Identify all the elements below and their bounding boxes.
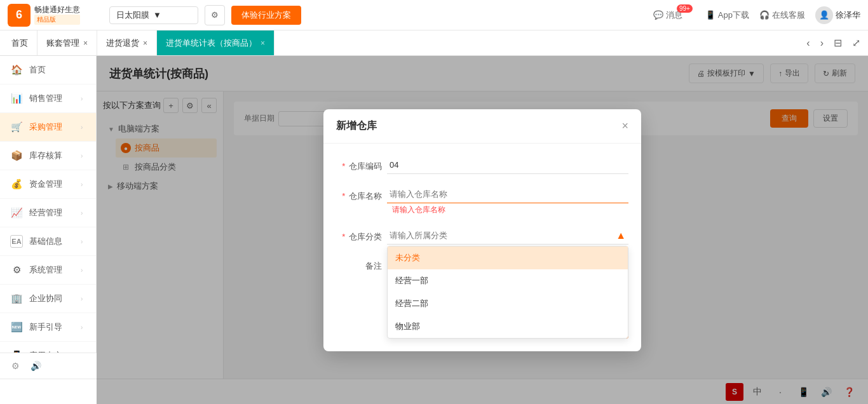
- dropdown-item-0[interactable]: 未分类: [388, 246, 628, 269]
- category-input-wrap: ▲ 未分类 经营一部 经营二部 物业部: [387, 227, 628, 245]
- sidebar-item-operations[interactable]: 📈 经营管理 ›: [0, 199, 96, 227]
- sidebar-item-purchase[interactable]: 🛒 采购管理 ›: [0, 113, 96, 142]
- tab-purchase-stats-close[interactable]: ×: [261, 39, 265, 48]
- code-field-row: * 仓库编码: [336, 156, 628, 174]
- tab-expand-icon[interactable]: ⤢: [850, 34, 863, 51]
- sidebar-item-inventory[interactable]: 📦 库存核算 ›: [0, 142, 96, 170]
- chevron-right-icon-7: ›: [81, 267, 86, 274]
- tab-return-close[interactable]: ×: [143, 39, 147, 48]
- category-input[interactable]: [387, 227, 628, 245]
- app-download-button[interactable]: 📱 App下载: [705, 10, 749, 21]
- tab-return[interactable]: 进货退货 ×: [97, 30, 157, 55]
- tab-controls: ‹ › ⊟ ⤢: [804, 34, 868, 51]
- operations-icon: 📈: [10, 206, 23, 219]
- name-error-tip: 请输入仓库名称: [336, 205, 445, 215]
- code-label: * 仓库编码: [336, 156, 387, 172]
- chevron-right-icon-3: ›: [81, 152, 86, 159]
- phone-icon: 📱: [705, 10, 715, 20]
- remark-label: 备注: [336, 256, 387, 272]
- headset-icon: 🎧: [759, 10, 770, 20]
- tab-next-icon[interactable]: ›: [818, 35, 826, 51]
- sidebar-item-sales[interactable]: 📊 销售管理 ›: [0, 84, 96, 113]
- category-label: * 仓库分类: [336, 227, 387, 243]
- dropdown-item-3[interactable]: 物业部: [388, 315, 628, 338]
- category-required-mark: *: [342, 232, 345, 241]
- online-service-button[interactable]: 🎧 在线客服: [759, 10, 805, 21]
- modal-close-button[interactable]: ×: [621, 120, 628, 131]
- tab-account[interactable]: 账套管理 ×: [37, 30, 97, 55]
- sidebar-operations-label: 经营管理: [29, 207, 62, 219]
- system-icon: ⚙: [10, 264, 23, 276]
- tab-home-label: 首页: [11, 37, 28, 49]
- enterprise-icon: 🏢: [10, 292, 23, 305]
- chevron-right-icon-8: ›: [81, 295, 86, 302]
- settings-button[interactable]: ⚙: [205, 5, 225, 25]
- tab-return-label: 进货退货: [106, 37, 139, 49]
- settings-footer-icon[interactable]: ⚙: [8, 358, 23, 374]
- message-icon: 💬: [653, 10, 663, 20]
- tab-menu-icon[interactable]: ⊟: [831, 34, 844, 51]
- sidebar-footer: ⚙ 🔊: [0, 353, 97, 379]
- category-dropdown-list: 未分类 经营一部 经营二部 物业部: [387, 246, 628, 339]
- tab-purchase-stats[interactable]: 进货单统计表（按商品） ×: [157, 30, 275, 55]
- sidebar-item-system[interactable]: ⚙ 系统管理 ›: [0, 256, 96, 285]
- sidebar-guide-label: 新手引导: [29, 321, 62, 333]
- name-required-mark: *: [342, 191, 345, 201]
- sidebar-item-guide[interactable]: 🆕 新手引导 ›: [0, 313, 96, 342]
- sidebar-item-home[interactable]: 🏠 首页: [0, 56, 96, 84]
- dropdown-item-2[interactable]: 经营二部: [388, 292, 628, 315]
- user-info[interactable]: 👤 徐泽华: [815, 6, 860, 24]
- sales-icon: 📊: [10, 92, 23, 105]
- sidebar-basic-label: 基础信息: [29, 236, 62, 247]
- content-area: 进货单统计(按商品) 🖨 按模板打印 ▼ ↑ 导出 ↻ 刷新: [97, 56, 868, 404]
- basic-icon: EA: [10, 235, 23, 248]
- gear-icon: ⚙: [211, 10, 219, 20]
- sidebar-enterprise-label: 企业协同: [29, 293, 62, 304]
- store-selector[interactable]: 日太阳膜 ▼: [109, 6, 198, 24]
- modal-title: 新增仓库: [336, 119, 377, 133]
- sidebar: 🏠 首页 📊 销售管理 › 🛒 采购管理 › 📦 库存核算 › 💰 资金管理 ›…: [0, 56, 97, 404]
- chevron-right-icon-6: ›: [81, 238, 86, 245]
- tab-home[interactable]: 首页: [3, 30, 37, 55]
- sidebar-inventory-label: 库存核算: [29, 150, 62, 161]
- sidebar-purchase-label: 采购管理: [29, 121, 62, 133]
- chevron-right-icon-5: ›: [81, 210, 86, 217]
- chevron-right-icon: ›: [81, 95, 86, 102]
- sidebar-finance-label: 资金管理: [29, 178, 62, 190]
- warehouse-code-input[interactable]: [387, 156, 628, 174]
- sidebar-item-finance[interactable]: 💰 资金管理 ›: [0, 170, 96, 199]
- logo-text: 畅捷通好生意: [34, 5, 80, 15]
- sidebar-item-enterprise[interactable]: 🏢 企业协同 ›: [0, 285, 96, 313]
- dropdown-item-1[interactable]: 经营一部: [388, 269, 628, 292]
- code-required-mark: *: [342, 161, 345, 171]
- sidebar-system-label: 系统管理: [29, 264, 62, 276]
- sidebar-sales-label: 销售管理: [29, 93, 62, 104]
- tab-account-label: 账套管理: [46, 37, 79, 49]
- logo-badge: 精品版: [34, 15, 80, 25]
- tab-bar: 首页 账套管理 × 进货退货 × 进货单统计表（按商品） × ‹ › ⊟ ⤢: [0, 30, 868, 56]
- chevron-down-icon: ▼: [153, 10, 161, 20]
- category-field-row: * 仓库分类 ▲ 未分类 经营一部 经营二部 物业部: [336, 227, 628, 245]
- chevron-right-icon-4: ›: [81, 181, 86, 188]
- user-avatar: 👤: [815, 6, 833, 24]
- sidebar-item-basic[interactable]: EA 基础信息 ›: [0, 227, 96, 256]
- name-label: * 仓库名称: [336, 186, 387, 202]
- speaker-icon[interactable]: 🔊: [28, 358, 43, 374]
- finance-icon: 💰: [10, 178, 23, 191]
- main-layout: 🏠 首页 📊 销售管理 › 🛒 采购管理 › 📦 库存核算 › 💰 资金管理 ›…: [0, 56, 868, 404]
- messages-button[interactable]: 💬 消息 99+: [653, 10, 682, 21]
- tab-account-close[interactable]: ×: [83, 39, 88, 48]
- sidebar-home-label: 首页: [29, 64, 46, 76]
- add-warehouse-modal: 新增仓库 × * 仓库编码: [323, 109, 641, 351]
- username: 徐泽华: [836, 10, 860, 21]
- warehouse-name-input[interactable]: [387, 185, 628, 203]
- dropdown-toggle-icon[interactable]: ▲: [616, 230, 626, 241]
- tab-prev-icon[interactable]: ‹: [804, 35, 812, 51]
- modal-body: * 仓库编码 * 仓库名称: [323, 144, 641, 312]
- top-header: 6 畅捷通好生意 精品版 日太阳膜 ▼ ⚙ 体验行业方案 💬 消息 99+ 📱 …: [0, 0, 868, 30]
- trial-button[interactable]: 体验行业方案: [231, 6, 301, 25]
- chevron-right-icon-9: ›: [81, 324, 86, 331]
- header-right: 💬 消息 99+ 📱 App下载 🎧 在线客服 👤 徐泽华: [653, 6, 860, 24]
- tab-purchase-stats-label: 进货单统计表（按商品）: [166, 37, 257, 49]
- modal-overlay: 新增仓库 × * 仓库编码: [97, 56, 868, 404]
